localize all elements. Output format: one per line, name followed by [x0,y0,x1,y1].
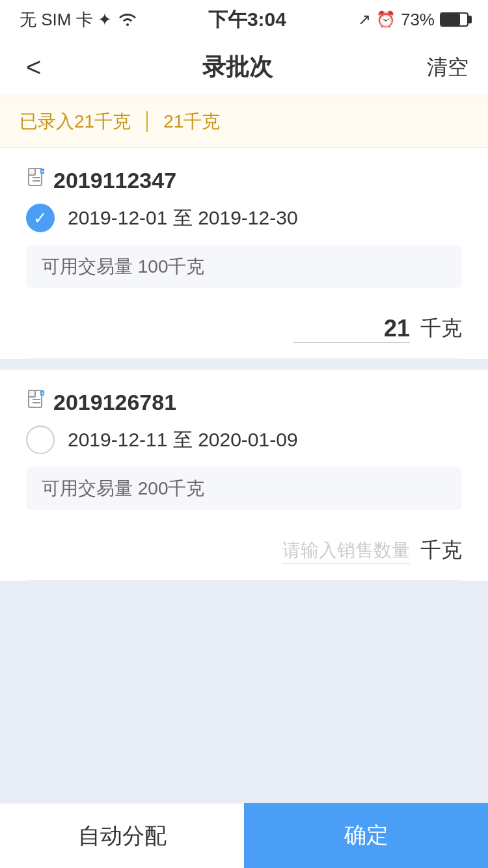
svg-rect-1 [29,169,35,175]
batch-date-1: 2019-12-01 至 2019-12-30 [68,205,298,232]
sim-label: 无 SIM 卡 ✦ [20,8,112,31]
qty-value-1: 21 [384,315,410,342]
available-qty-2: 可用交易量 200千克 [26,467,462,510]
batch-card-2: + 2019126781 ✓ 2019-12-11 至 2020-01-09 可… [0,370,488,581]
batch-icon-2: + [26,389,47,415]
status-bar: 无 SIM 卡 ✦ 下午3:04 ↗ ⏰ 73% [0,0,488,39]
qty-unit-2: 千克 [420,536,462,565]
info-value: 21千克 [163,109,220,134]
svg-text:+: + [41,390,44,396]
auto-distribute-button[interactable]: 自动分配 [0,803,244,868]
batch-radio-1[interactable]: ✓ [26,204,55,232]
batch-date-row-1[interactable]: ✓ 2019-12-01 至 2019-12-30 [26,204,462,232]
empty-area [0,581,488,828]
batch-card-1: + 2019112347 ✓ 2019-12-01 至 2019-12-30 可… [0,148,488,359]
svg-text:+: + [41,169,44,174]
section-divider [0,359,488,370]
status-right: ↗ ⏰ 73% [358,10,468,30]
checkmark-1: ✓ [33,208,47,228]
qty-underline-2[interactable]: 请输入销售数量 [282,538,410,563]
qty-input-row-1[interactable]: 21 千克 [26,301,462,359]
batch-id-2: 2019126781 [53,390,176,415]
checkmark-2: ✓ [33,430,47,450]
qty-input-row-2[interactable]: 请输入销售数量 千克 [26,523,462,580]
batch-icon-1: + [26,167,47,193]
back-button[interactable]: < [20,46,47,88]
svg-rect-7 [29,390,35,397]
batch-date-row-2[interactable]: ✓ 2019-12-11 至 2020-01-09 [26,426,462,454]
status-left: 无 SIM 卡 ✦ [20,8,137,31]
available-qty-1: 可用交易量 100千克 [26,245,462,288]
alarm-icon: ⏰ [376,10,396,29]
nav-bar: < 录批次 清空 [0,39,488,96]
qty-underline-1[interactable]: 21 [293,315,410,343]
batch-id-row-2: + 2019126781 [26,389,462,415]
batch-id-1: 2019112347 [53,168,176,193]
location-icon: ↗ [358,10,371,29]
confirm-button[interactable]: 确定 [244,803,488,868]
batch-date-2: 2019-12-11 至 2020-01-09 [68,427,298,454]
qty-unit-1: 千克 [420,314,462,343]
wifi-icon [118,13,137,26]
info-banner: 已录入21千克 21千克 [0,96,488,148]
battery-icon [440,12,468,27]
clear-button[interactable]: 清空 [427,53,468,82]
bottom-bar: 自动分配 确定 [0,803,488,868]
batch-id-row-1: + 2019112347 [26,167,462,193]
info-divider [146,111,148,132]
page-title: 录批次 [202,51,273,83]
status-time: 下午3:04 [208,7,286,33]
battery-percent: 73% [401,10,435,30]
batch-radio-2[interactable]: ✓ [26,426,55,454]
qty-placeholder-2: 请输入销售数量 [282,538,410,563]
info-label: 已录入21千克 [20,109,131,134]
